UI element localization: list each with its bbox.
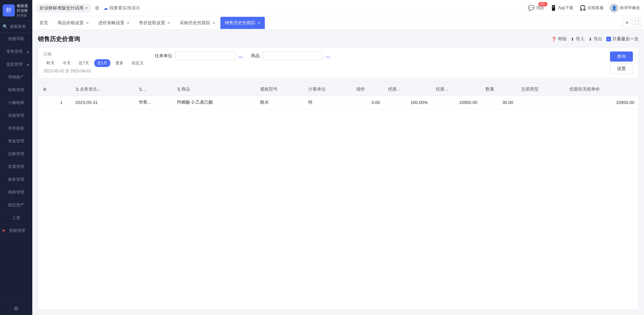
sidebar-logo: 财 畅捷通好业财 标准版 xyxy=(0,0,32,21)
supplier-dots[interactable]: ... xyxy=(238,53,243,59)
supplier-filter-group: 往来单位 ... xyxy=(155,51,243,60)
gear-icon: ⚙ xyxy=(43,87,47,92)
td-discount1: 100.00% xyxy=(384,96,432,109)
sidebar-item-tax[interactable]: 税务管理 xyxy=(0,173,32,186)
td-trans-type xyxy=(517,96,565,109)
th-quantity: 数量 xyxy=(481,83,517,96)
product-filter-group: 商品 ... xyxy=(251,51,330,60)
settings-icon[interactable]: ⚙ xyxy=(14,305,19,312)
th-extra[interactable]: ⇅ ... xyxy=(135,83,173,96)
date-range-display: 2023-05-02 至 2023-06-02 xyxy=(43,68,147,74)
sidebar-item-ecommerce-small[interactable]: 小畅电商 xyxy=(0,97,32,109)
td-date: 2023-05-31 xyxy=(71,96,135,109)
search-icon: 🔍 xyxy=(3,24,8,29)
main-content: 好业财标准版交付试用 ▾ ⚙ ☁ 我要看实例演示 💬 消息 99+ 📱 App下… xyxy=(32,0,644,315)
sidebar-item-smart[interactable]: 智能管理 xyxy=(0,224,32,237)
close-panel-button[interactable]: ✕ xyxy=(622,19,631,27)
sidebar-item-retail[interactable]: 零售管理 ▲ xyxy=(0,45,32,58)
tab-sales-history[interactable]: 销售历史价跟踪 ✕ xyxy=(220,17,265,29)
product-dots[interactable]: ... xyxy=(326,53,330,59)
cloud-icon: ☁ xyxy=(103,5,108,11)
date-btn-yesterday[interactable]: 昨天 xyxy=(43,59,58,67)
demo-link[interactable]: ☁ 我要看实例演示 xyxy=(103,5,140,11)
tab-close-icon[interactable]: ✕ xyxy=(257,21,260,25)
sort-icon: ⇅ xyxy=(177,87,181,92)
sidebar-item-invoice[interactable]: 发票管理 xyxy=(0,161,32,173)
supplier-input[interactable] xyxy=(175,51,236,60)
module-selector[interactable]: 好业财标准版交付试用 ▾ xyxy=(36,4,91,12)
date-btn-last1m[interactable]: 近1月 xyxy=(94,59,111,67)
sidebar: 财 畅捷通好业财 标准版 🔍 搜索菜单 快捷导航 零售管理 ▲ 批发管理 ▲ 营… xyxy=(0,0,32,315)
user-menu[interactable]: 👤 徐泽华修改 xyxy=(610,4,640,12)
sort-icon: ⇅ xyxy=(75,87,79,92)
th-seq xyxy=(51,83,71,96)
tab-close-icon[interactable]: ✕ xyxy=(127,21,130,25)
td-quantity: 30.00 xyxy=(481,96,517,109)
settings-button[interactable]: 设置 xyxy=(610,64,633,74)
topbar-right: 💬 消息 99+ 📱 App下载 🎧 在线客服 👤 徐泽华修改 xyxy=(528,4,640,12)
th-spec: 规格型号 xyxy=(256,83,304,96)
td-product: 丙烯酸-2-乙基己酯 xyxy=(173,96,256,109)
sidebar-bottom: ⚙ xyxy=(0,302,32,315)
last-only-checkbox[interactable]: ✓ 只看最后一次 xyxy=(606,36,639,42)
message-button[interactable]: 💬 消息 99+ xyxy=(528,5,544,11)
message-badge: 99+ xyxy=(538,2,547,6)
help-button[interactable]: ❓ 帮助 xyxy=(551,36,567,42)
expand-panel-button[interactable]: ⛶ xyxy=(633,19,641,27)
sidebar-item-inventory[interactable]: 库存核算 xyxy=(0,122,32,135)
app-download-button[interactable]: 📱 App下载 xyxy=(550,5,573,11)
tab-close-icon[interactable]: ✕ xyxy=(212,21,215,25)
sidebar-item-quick-nav[interactable]: 快捷导航 xyxy=(0,33,32,45)
logo-icon: 财 xyxy=(3,4,15,16)
arrow-icon: ▲ xyxy=(26,50,30,54)
tab-price[interactable]: 商品价格设置 ✕ xyxy=(53,17,93,29)
arrow-icon: ▲ xyxy=(26,63,30,66)
tab-strategy[interactable]: 进价策略设置 ✕ xyxy=(94,17,134,29)
tab-close-icon[interactable]: ✕ xyxy=(167,21,170,25)
td-extra: 华查... xyxy=(135,96,173,109)
tab-sale-price[interactable]: 售价提取设置 ✕ xyxy=(135,17,175,29)
th-pretax-price: 优惠前无税单价 xyxy=(565,83,638,96)
topbar: 好业财标准版交付试用 ▾ ⚙ ☁ 我要看实例演示 💬 消息 99+ 📱 App下… xyxy=(32,0,644,16)
tab-home[interactable]: 首页 xyxy=(35,17,52,29)
help-icon: ❓ xyxy=(551,37,557,42)
avatar: 👤 xyxy=(610,4,618,12)
sidebar-item-fixed-assets[interactable]: 固定资产 xyxy=(0,199,32,212)
sidebar-item-finance[interactable]: 资金管理 xyxy=(0,135,32,148)
sidebar-item-sales[interactable]: 销售管理 xyxy=(0,84,32,97)
export-button[interactable]: ⬇ 导出 xyxy=(588,36,602,42)
sidebar-item-marketing[interactable]: 营销推广 xyxy=(0,71,32,84)
sidebar-item-salary[interactable]: 工资 xyxy=(0,212,32,224)
tab-close-icon[interactable]: ✕ xyxy=(86,21,89,25)
data-table-wrapper: ⚙ ⇅ 业务发生... ⇅ ... xyxy=(38,82,639,310)
th-product[interactable]: ⇅ 商品 xyxy=(173,83,256,96)
date-btn-today[interactable]: 今天 xyxy=(60,59,74,67)
date-filter-group: 日期 昨天 今天 近7天 近1月 更多 自定义 2023-05-02 至 202… xyxy=(43,51,147,74)
topbar-settings-icon[interactable]: ⚙ xyxy=(95,5,99,11)
td-spec: 散水 xyxy=(256,96,304,109)
th-price: 报价 xyxy=(352,83,384,96)
product-input[interactable] xyxy=(262,51,323,60)
date-btn-more[interactable]: 更多 xyxy=(112,59,127,67)
sidebar-item-wholesale[interactable]: 批发管理 ▲ xyxy=(0,58,32,71)
import-button[interactable]: ⬆ 导入 xyxy=(571,36,584,42)
headset-icon: 🎧 xyxy=(579,5,586,11)
sidebar-item-purchase[interactable]: 采购管理 xyxy=(0,109,32,122)
sidebar-search[interactable]: 🔍 搜索菜单 xyxy=(0,21,32,33)
data-table: ⚙ ⇅ 业务发生... ⇅ ... xyxy=(38,83,638,109)
sidebar-item-ecommerce[interactable]: 电商管理 xyxy=(0,186,32,199)
date-btn-last7[interactable]: 近7天 xyxy=(76,59,92,67)
sidebar-item-general[interactable]: 总账管理 xyxy=(0,148,32,161)
tab-purchase-history[interactable]: 采购历史价跟踪 ✕ xyxy=(175,17,220,29)
mobile-icon: 📱 xyxy=(550,5,557,11)
query-button[interactable]: 查询 xyxy=(610,51,633,62)
th-discount2: 优惠... xyxy=(432,83,481,96)
td-checkbox[interactable] xyxy=(38,96,51,109)
online-service-button[interactable]: 🎧 在线客服 xyxy=(579,5,604,11)
date-btn-custom[interactable]: 自定义 xyxy=(129,59,147,67)
dropdown-arrow-icon: ▾ xyxy=(85,6,87,10)
th-gear[interactable]: ⚙ xyxy=(38,83,51,96)
date-options: 昨天 今天 近7天 近1月 更多 自定义 xyxy=(43,59,147,67)
page-actions: ❓ 帮助 ⬆ 导入 ⬇ 导出 ✓ 只看最后一次 xyxy=(551,36,639,42)
th-date[interactable]: ⇅ 业务发生... xyxy=(71,83,135,96)
